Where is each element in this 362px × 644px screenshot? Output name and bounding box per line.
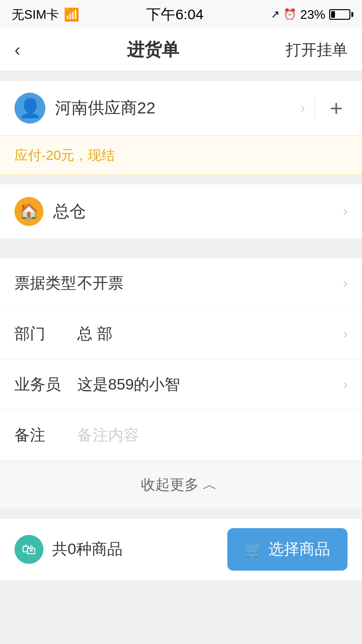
user-icon: 👤 — [19, 98, 42, 119]
remark-input[interactable]: 备注内容 — [77, 425, 348, 446]
collapse-label: 收起更多 ︿ — [141, 475, 217, 495]
back-button[interactable]: ‹ — [14, 40, 20, 60]
warehouse-icon: 🏠 — [14, 197, 43, 226]
warehouse-section: 🏠 总仓 › — [0, 184, 362, 239]
warehouse-chevron-icon: › — [343, 204, 348, 219]
alarm-icon: ⏰ — [283, 8, 296, 21]
warehouse-row[interactable]: 🏠 总仓 › — [0, 184, 362, 239]
dept-value: 总 部 — [77, 323, 338, 345]
notice-text: 应付-20元，现结 — [14, 148, 115, 163]
collapse-row[interactable]: 收起更多 ︿ — [0, 461, 362, 508]
supplier-section: 👤 河南供应商22 › + 应付-20元，现结 — [0, 81, 362, 175]
salesperson-label: 业务员 — [14, 374, 77, 395]
nav-bar: ‹ 进货单 打开挂单 — [0, 29, 362, 71]
invoice-value: 不开票 — [77, 273, 338, 294]
warehouse-name: 总仓 — [53, 200, 338, 223]
invoice-label: 票据类型 — [14, 273, 77, 294]
salesperson-value: 这是859的小智 — [77, 374, 338, 395]
supplier-avatar: 👤 — [14, 93, 45, 124]
select-product-icon: 🛒 — [245, 541, 263, 558]
status-bar: 无SIM卡 📶 下午6:04 ↗ ⏰ 23% — [0, 0, 362, 29]
product-bag-icon: 🛍 — [14, 535, 43, 564]
status-right: ↗ ⏰ 23% — [271, 7, 350, 22]
supplier-row[interactable]: 👤 河南供应商22 › + — [0, 81, 362, 136]
battery-percent: 23% — [300, 7, 325, 22]
bottom-bar: 🛍 共0种商品 🛒 选择商品 — [0, 518, 362, 580]
house-icon: 🏠 — [19, 202, 39, 221]
main-content-bg — [0, 580, 362, 644]
invoice-row[interactable]: 票据类型 不开票 › — [0, 258, 362, 309]
status-time: 下午6:04 — [146, 5, 203, 25]
dept-row[interactable]: 部门 总 部 › — [0, 309, 362, 360]
salesperson-chevron-icon: › — [343, 377, 348, 392]
battery-indicator — [329, 9, 350, 20]
product-count-area: 🛍 共0种商品 — [14, 535, 123, 564]
select-product-button[interactable]: 🛒 选择商品 — [227, 528, 348, 571]
wifi-icon: 📶 — [64, 7, 79, 22]
invoice-chevron-icon: › — [343, 276, 348, 291]
supplier-chevron-icon: › — [301, 100, 305, 116]
remark-label: 备注 — [14, 425, 77, 446]
supplier-name: 河南供应商22 — [55, 97, 296, 119]
remark-row[interactable]: 备注 备注内容 — [0, 410, 362, 461]
location-icon: ↗ — [271, 8, 279, 21]
divider-1 — [0, 71, 362, 81]
dept-label: 部门 — [14, 323, 77, 345]
bag-icon: 🛍 — [22, 541, 36, 558]
form-section: 票据类型 不开票 › 部门 总 部 › 业务员 这是859的小智 › 备注 备注… — [0, 258, 362, 508]
supplier-divider — [315, 96, 315, 120]
status-left: 无SIM卡 📶 — [12, 6, 79, 23]
open-pending-button[interactable]: 打开挂单 — [286, 40, 348, 61]
divider-2 — [0, 175, 362, 184]
notice-banner: 应付-20元，现结 — [0, 136, 362, 175]
salesperson-row[interactable]: 业务员 这是859的小智 › — [0, 360, 362, 410]
select-product-label: 选择商品 — [268, 539, 330, 560]
product-count-text: 共0种商品 — [52, 539, 123, 560]
dept-chevron-icon: › — [343, 326, 348, 342]
carrier-text: 无SIM卡 — [12, 6, 59, 23]
add-supplier-button[interactable]: + — [325, 95, 348, 121]
page-title: 进货单 — [127, 38, 179, 62]
divider-3 — [0, 239, 362, 249]
divider-4 — [0, 508, 362, 518]
